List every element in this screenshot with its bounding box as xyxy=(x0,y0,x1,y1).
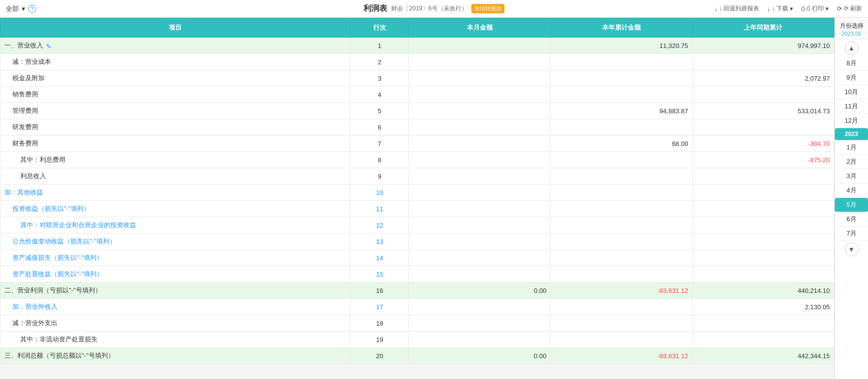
dropdown-icon[interactable]: ▾ xyxy=(22,5,25,12)
month-item[interactable]: 6月 xyxy=(835,212,868,227)
cell-year-amount xyxy=(551,185,692,201)
cell-row-num: 8 xyxy=(351,152,409,168)
cell-item: 投资收益（损失以"-"填列） xyxy=(0,201,351,217)
month-item[interactable]: 12月 xyxy=(835,114,868,128)
cell-year-amount xyxy=(551,119,692,136)
cell-row-num: 4 xyxy=(351,87,409,103)
cell-item: 财务费用 xyxy=(0,136,351,152)
table-row: 减：营业外支出18 xyxy=(0,315,834,332)
cell-year-amount xyxy=(551,250,692,266)
cell-row-num: 13 xyxy=(351,234,409,250)
cell-month-amount xyxy=(409,70,551,87)
table-row: 其中：利息费用8-875.20 xyxy=(0,152,834,168)
table-row: 其中：非流动资产处置损失19 xyxy=(0,332,834,348)
cell-row-num: 17 xyxy=(351,299,409,315)
cell-prev-amount: 533,014.73 xyxy=(692,103,834,119)
cell-month-amount xyxy=(409,234,551,250)
download-btn[interactable]: ↓ ↓ 下载 ▾ xyxy=(767,4,793,13)
nav-up[interactable]: ▲ xyxy=(845,41,859,55)
table-row: 研发费用6 xyxy=(0,119,834,136)
cell-row-num: 6 xyxy=(351,119,409,136)
month-item[interactable]: 8月 xyxy=(835,56,868,71)
download-icon: ↓ xyxy=(767,5,770,12)
cell-month-amount xyxy=(409,168,551,185)
cell-prev-amount xyxy=(692,185,834,201)
cell-prev-amount xyxy=(692,250,834,266)
cell-year-amount xyxy=(551,168,692,185)
cell-year-amount xyxy=(551,70,692,87)
month-item[interactable]: 9月 xyxy=(835,71,868,85)
edit-icon[interactable]: ✎ xyxy=(46,43,53,49)
month-item[interactable]: 4月 xyxy=(835,184,868,198)
print-btn[interactable]: ⎙ ⎙ 打印 ▾ xyxy=(801,4,828,13)
table-row: 投资收益（损失以"-"填列）11 xyxy=(0,201,834,217)
table-header-row: 项目 行次 本月金额 本年累计金额 上年同期累计 xyxy=(0,18,834,38)
table-container[interactable]: 项目 行次 本月金额 本年累计金额 上年同期累计 一、营业收入✎111,320.… xyxy=(0,18,834,379)
month-item[interactable]: 5月 xyxy=(835,198,868,212)
month-item[interactable]: 2023 xyxy=(835,128,868,141)
cell-row-num: 20 xyxy=(351,348,409,364)
cell-item: 公允价值变动收益（损失以"-"填列） xyxy=(0,234,351,250)
cell-row-num: 10 xyxy=(351,185,409,201)
cell-prev-amount xyxy=(692,266,834,283)
top-bar-left: 全部 ▾ ? xyxy=(6,4,36,13)
cell-year-amount: -83,631.12 xyxy=(551,283,692,299)
cell-month-amount xyxy=(409,332,551,348)
cell-year-amount xyxy=(551,54,692,70)
cell-item: 其中：非流动资产处置损失 xyxy=(0,332,351,348)
cell-prev-amount: -304.70 xyxy=(692,136,834,152)
unrealized-badge: 未结转损益 xyxy=(471,4,505,13)
cell-month-amount xyxy=(409,185,551,201)
month-item[interactable]: 2月 xyxy=(835,155,868,169)
table-row: 其中：对联营企业和合营企业的投资收益12 xyxy=(0,217,834,234)
cell-item: 减：营业外支出 xyxy=(0,315,351,332)
cell-prev-amount: 440,214.10 xyxy=(692,283,834,299)
cell-year-amount xyxy=(551,332,692,348)
cell-row-num: 16 xyxy=(351,283,409,299)
month-item[interactable]: 7月 xyxy=(835,227,868,241)
cell-row-num: 19 xyxy=(351,332,409,348)
scope-label: 全部 xyxy=(6,4,19,13)
cell-year-amount xyxy=(551,152,692,168)
cell-item: 其中：利息费用 xyxy=(0,152,351,168)
back-btn[interactable]: ↓ ↓ 回退到原报表 xyxy=(715,4,760,13)
cell-row-num: 12 xyxy=(351,217,409,234)
cell-item: 三、利润总额（亏损总额以"-"号填列） xyxy=(0,348,351,364)
top-bar-right: ↓ ↓ 回退到原报表 ↓ ↓ 下载 ▾ ⎙ ⎙ 打印 ▾ ⟳ ⟳ 刷新 xyxy=(715,4,862,13)
month-item[interactable]: 3月 xyxy=(835,169,868,184)
table-row: 减：营业成本2 xyxy=(0,54,834,70)
month-item[interactable]: 1月 xyxy=(835,141,868,155)
cell-month-amount xyxy=(409,315,551,332)
cell-item: 加：营业外收入 xyxy=(0,299,351,315)
cell-row-num: 9 xyxy=(351,168,409,185)
cell-prev-amount xyxy=(692,217,834,234)
cell-year-amount: 68.00 xyxy=(551,136,692,152)
cell-prev-amount xyxy=(692,168,834,185)
cell-year-amount xyxy=(551,299,692,315)
cell-prev-amount xyxy=(692,87,834,103)
cell-row-num: 5 xyxy=(351,103,409,119)
back-icon: ↓ xyxy=(715,5,718,12)
cell-month-amount xyxy=(409,119,551,136)
nav-down[interactable]: ▼ xyxy=(845,242,859,256)
main-layout: 项目 行次 本月金额 本年累计金额 上年同期累计 一、营业收入✎111,320.… xyxy=(0,18,868,379)
table-row: 加：其他收益10 xyxy=(0,185,834,201)
cell-year-amount xyxy=(551,201,692,217)
refresh-btn[interactable]: ⟳ ⟳ 刷新 xyxy=(837,4,862,13)
month-item[interactable]: 11月 xyxy=(835,99,868,114)
help-icon[interactable]: ? xyxy=(28,5,36,13)
side-panel-title: 月份选择 2023.05 xyxy=(835,20,868,40)
cell-item: 资产处置收益（损失以"-"填列） xyxy=(0,266,351,283)
table-row: 一、营业收入✎111,320.75974,997.10 xyxy=(0,38,834,54)
cell-item: 其中：对联营企业和合营企业的投资收益 xyxy=(0,217,351,234)
cell-year-amount xyxy=(551,217,692,234)
cell-month-amount xyxy=(409,38,551,54)
cell-item: 研发费用 xyxy=(0,119,351,136)
month-item[interactable]: 10月 xyxy=(835,85,868,99)
table-row: 二、营业利润（亏损以"-"号填列）160.00-83,631.12440,214… xyxy=(0,283,834,299)
cell-row-num: 18 xyxy=(351,315,409,332)
col-header-year: 本年累计金额 xyxy=(551,18,692,38)
cell-prev-amount: 2,130.05 xyxy=(692,299,834,315)
col-header-prev: 上年同期累计 xyxy=(692,18,834,38)
cell-prev-amount xyxy=(692,315,834,332)
